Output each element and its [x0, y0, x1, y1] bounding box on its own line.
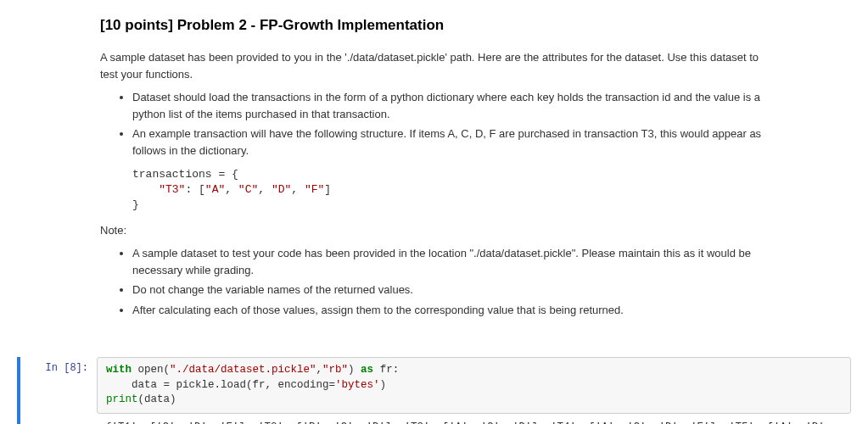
code-example: transactions = { "T3": ["A", "C", "D", "… — [132, 167, 768, 214]
list-item: A sample dataset to test your code has b… — [132, 245, 768, 278]
list-item: Do not change the variable names of the … — [132, 282, 768, 298]
intro-paragraph: A sample dataset has been provided to yo… — [100, 49, 768, 82]
note-label: Note: — [100, 222, 768, 239]
input-prompt: In [8]: — [20, 357, 97, 424]
notes-list: A sample dataset to test your code has b… — [100, 245, 768, 318]
problem-heading: [10 points] Problem 2 - FP-Growth Implem… — [100, 17, 768, 34]
list-item: After calculating each of those values, … — [132, 302, 768, 319]
list-item: An example transaction will have the fol… — [132, 126, 768, 159]
list-item: Dataset should load the transactions in … — [132, 89, 768, 122]
code-cell[interactable]: In [8]: with open("./data/dataset.pickle… — [17, 357, 851, 424]
code-output: {'T1': ['C', 'D', 'E'], 'T2': ['B', 'C',… — [97, 414, 851, 424]
markdown-cell: [10 points] Problem 2 - FP-Growth Implem… — [0, 0, 868, 340]
attributes-list: Dataset should load the transactions in … — [100, 89, 768, 159]
code-input[interactable]: with open("./data/dataset.pickle","rb") … — [97, 357, 851, 414]
